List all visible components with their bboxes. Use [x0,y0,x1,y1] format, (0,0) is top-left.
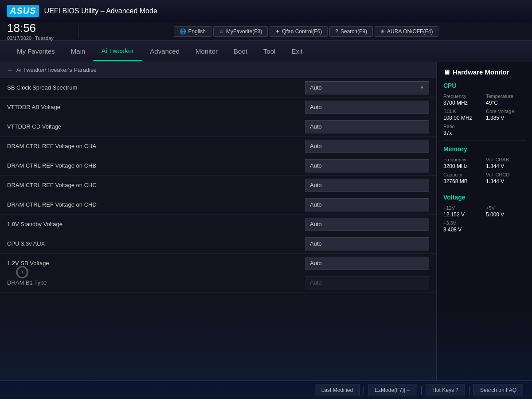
favorite-icon: ☆ [219,28,224,35]
setting-value-4[interactable]: Auto [305,159,429,172]
cpu-temperature-label: Temperature [486,94,526,99]
setting-value-10[interactable]: Auto [305,276,429,289]
nav-bar: My Favorites Main Ai Tweaker Advanced Mo… [0,41,532,62]
bios-title: UEFI BIOS Utility – Advanced Mode [44,7,157,15]
setting-label-1: VTTDDR AB Voltage [7,104,305,110]
footer: Last Modified EzMode(F7)|→ Hot Keys ? Se… [0,380,532,399]
cpu-ratio-label: Ratio [443,124,483,129]
toolbar: 18:56 03/17/2020 Tuesday 🌐 English ☆ MyF… [0,22,532,41]
memory-capacity-item: Capacity 32768 MB [443,172,483,184]
footer-divider-2 [421,386,422,395]
memory-volchcd-value: 1.344 V [486,178,526,184]
setting-value-text-3: Auto [310,143,322,149]
last-modified-button[interactable]: Last Modified [315,384,360,396]
language-icon: 🌐 [180,28,186,35]
nav-item-monitor[interactable]: Monitor [188,42,226,60]
language-button[interactable]: 🌐 English [174,26,211,37]
myfavorite-label: MyFavorite(F3) [226,28,262,35]
memory-capacity-label: Capacity [443,172,483,177]
memory-volchcd-item: Vol_CHCD 1.344 V [486,172,526,184]
setting-value-text-6: Auto [310,201,322,208]
nav-item-main[interactable]: Main [63,42,94,60]
nav-item-aitweaker[interactable]: Ai Tweaker [93,42,142,61]
cpu-ratio-item: Ratio 37x [443,124,483,136]
toolbar-items: 🌐 English ☆ MyFavorite(F3) ✦ Qfan Contro… [87,26,525,37]
search-faq-button[interactable]: Search on FAQ [473,384,523,396]
info-icon[interactable]: i [16,266,28,278]
hotkeys-button[interactable]: Hot Keys ? [426,384,465,396]
footer-divider-3 [469,386,469,395]
breadcrumb-path: Ai Tweaker\Tweaker's Paradise [16,66,97,73]
table-row: VTTDDR CD Voltage Auto [0,117,436,137]
nav-item-exit[interactable]: Exit [283,42,310,60]
cpu-ratio-value: 37x [443,130,483,136]
setting-value-text-7: Auto [310,221,322,227]
qfan-icon: ✦ [275,28,280,35]
setting-value-3[interactable]: Auto [305,140,429,153]
left-panel: ← Ai Tweaker\Tweaker's Paradise SB Clock… [0,62,437,380]
setting-value-8[interactable]: Auto [305,237,429,250]
setting-label-3: DRAM CTRL REF Voltage on CHA [7,143,305,149]
cpu-temperature-value: 49°C [486,100,526,106]
setting-value-text-0: Auto [310,84,322,91]
voltage-12v-item: +12V 12.152 V [443,205,483,218]
settings-list: SB Clock Spread Spectrum Auto ▼ VTTDDR A… [0,78,436,293]
voltage-5v-item: +5V 5.000 V [486,205,526,218]
aura-button[interactable]: ✳ AURA ON/OFF(F4) [375,26,438,37]
cpu-bclk-label: BCLK [443,109,483,114]
search-button[interactable]: ? Search(F9) [329,26,373,37]
voltage-5v-value: 5.000 V [486,211,526,218]
setting-value-2[interactable]: Auto [305,120,429,133]
cpu-core-voltage-value: 1.385 V [486,115,526,121]
myfavorite-button[interactable]: ☆ MyFavorite(F3) [213,26,268,37]
language-label: English [188,28,206,35]
cpu-core-voltage-label: Core Voltage [486,109,526,114]
memory-volchab-label: Vol_CHAB [486,157,526,162]
nav-item-tool[interactable]: Tool [255,42,284,60]
footer-divider-1 [364,386,364,395]
setting-label-4: DRAM CTRL REF Voltage on CHB [7,162,305,169]
header: ASUS UEFI BIOS Utility – Advanced Mode [0,0,532,22]
aura-label: AURA ON/OFF(F4) [387,28,433,35]
setting-label-6: DRAM CTRL REF Voltage on CHD [7,201,305,208]
setting-value-9[interactable]: Auto [305,257,429,270]
setting-label-2: VTTDDR CD Voltage [7,123,305,130]
memory-volchab-item: Vol_CHAB 1.344 V [486,157,526,169]
table-row: CPU 3.3v AUX Auto [0,234,436,254]
cpu-temperature-item: Temperature 49°C [486,94,526,106]
table-row: DRAM B1 Type Auto [0,273,436,293]
nav-item-favorites[interactable]: My Favorites [9,42,63,60]
setting-value-1[interactable]: Auto [305,101,429,114]
cpu-bclk-item: BCLK 100.00 MHz [443,109,483,121]
memory-metrics: Frequency 3200 MHz Vol_CHAB 1.344 V Capa… [443,157,526,184]
setting-value-text-10: Auto [310,279,322,286]
time-display: 18:56 [7,21,54,35]
ezmode-button[interactable]: EzMode(F7)|→ [368,384,417,396]
nav-item-advanced[interactable]: Advanced [142,42,188,60]
setting-value-5[interactable]: Auto [305,179,429,192]
hardware-monitor-label: Hardware Monitor [453,68,509,76]
voltage-33v-label: +3.3V [443,220,483,226]
setting-value-text-1: Auto [310,104,322,110]
voltage-33v-value: 3.408 V [443,227,483,233]
cpu-divider [443,141,526,141]
nav-item-boot[interactable]: Boot [226,42,255,60]
memory-frequency-item: Frequency 3200 MHz [443,157,483,169]
setting-value-text-9: Auto [310,260,322,266]
setting-label-0: SB Clock Spread Spectrum [7,84,305,91]
table-row: DRAM CTRL REF Voltage on CHD Auto [0,195,436,215]
asus-logo: ASUS [7,5,39,17]
date-display: 03/17/2020 [7,35,31,41]
back-arrow-icon[interactable]: ← [7,66,13,73]
setting-value-6[interactable]: Auto [305,198,429,211]
qfan-label: Qfan Control(F6) [282,28,322,35]
setting-value-0[interactable]: Auto ▼ [305,81,429,94]
setting-value-text-2: Auto [310,123,322,130]
cpu-metrics: Frequency 3700 MHz Temperature 49°C BCLK… [443,94,526,136]
memory-volchcd-label: Vol_CHCD [486,172,526,177]
info-button[interactable]: i [17,266,27,278]
setting-label-8: CPU 3.3v AUX [7,240,305,247]
voltage-12v-value: 12.152 V [443,211,483,218]
setting-value-7[interactable]: Auto [305,218,429,231]
qfan-button[interactable]: ✦ Qfan Control(F6) [270,26,328,37]
